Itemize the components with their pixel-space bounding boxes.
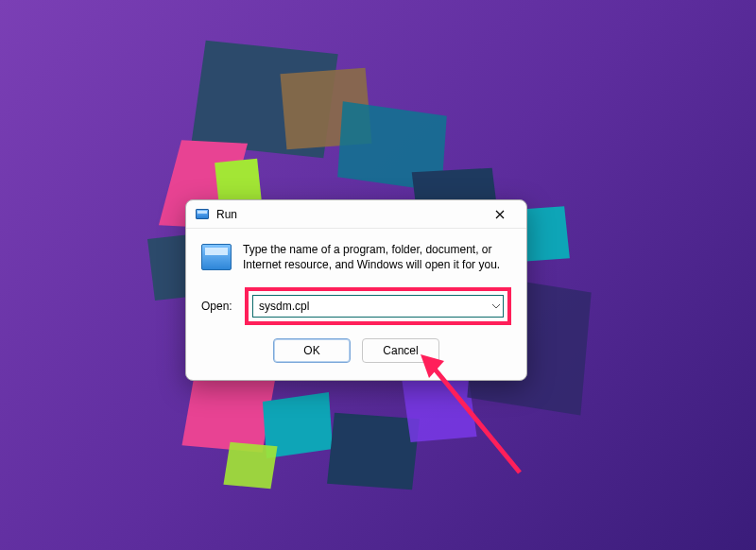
input-highlight (245, 287, 511, 325)
close-button[interactable] (481, 201, 519, 228)
close-icon (495, 210, 505, 219)
open-label: Open: (201, 300, 235, 313)
chevron-down-icon[interactable] (490, 304, 503, 309)
dialog-description: Type the name of a program, folder, docu… (243, 242, 511, 272)
ok-button[interactable]: OK (273, 338, 351, 363)
dialog-title: Run (216, 208, 237, 221)
run-app-icon (201, 244, 232, 270)
run-dialog: Run Type the name of a program, folder, … (185, 199, 527, 381)
ok-button-label: OK (303, 344, 319, 357)
titlebar[interactable]: Run (186, 200, 526, 229)
cancel-button[interactable]: Cancel (362, 338, 439, 363)
open-input[interactable] (253, 300, 490, 313)
open-combobox[interactable] (252, 295, 504, 318)
cancel-button-label: Cancel (383, 344, 418, 357)
run-icon (196, 209, 209, 219)
